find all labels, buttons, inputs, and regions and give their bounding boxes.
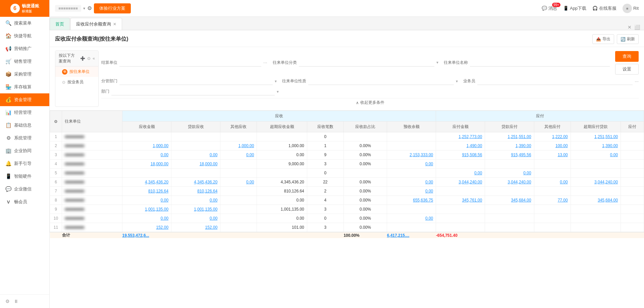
row-ar-prepay[interactable]: 0.00: [387, 214, 436, 223]
bumen-chevron-icon[interactable]: ▾: [277, 89, 279, 94]
sidebar-item-stock[interactable]: 🏪 库存核算: [0, 81, 49, 93]
sidebar-item-corp[interactable]: 🏢 企业协同: [0, 144, 49, 157]
refresh-button[interactable]: 🔄 刷新: [617, 34, 639, 44]
bottom-settings-icon[interactable]: ⚙: [5, 299, 10, 304]
row-ap-overdue[interactable]: 3,044,240.00: [571, 178, 621, 187]
row-ap-loan[interactable]: 915,495.56: [485, 150, 534, 160]
yewuyuan-input[interactable]: [477, 77, 633, 85]
fenguan-chevron-icon[interactable]: ▾: [275, 79, 277, 84]
fenlei-input[interactable]: [299, 59, 435, 67]
sidebar-item-purchase[interactable]: 📦 采购管理: [0, 68, 49, 81]
row-ar-prepay[interactable]: 655,636.75: [387, 196, 436, 205]
settings-scheme-icon[interactable]: ⊙: [87, 56, 91, 61]
row-ar-prepay[interactable]: 2,153,333.00: [387, 150, 436, 160]
tab-minimize-icon[interactable]: ✕: [628, 25, 632, 30]
bottom-collapse-icon[interactable]: ⏸: [14, 299, 18, 304]
row-ar-loan[interactable]: 0.00: [171, 150, 220, 160]
row-ar-loan[interactable]: 4,345,436.20: [171, 178, 220, 187]
yewuyuan-dots-icon[interactable]: ···: [635, 79, 639, 84]
bumen-input[interactable]: [111, 88, 275, 95]
sidebar-item-system[interactable]: ⚙ 系统管理: [0, 132, 49, 144]
row-ar-amount[interactable]: 0.00: [122, 196, 171, 205]
sidebar-item-basic[interactable]: 📋 基础信息: [0, 119, 49, 132]
row-ap-amount[interactable]: 3,044,240.00: [436, 178, 485, 187]
fenguan-input[interactable]: [119, 77, 273, 85]
table-settings-header[interactable]: ⚙: [50, 111, 62, 132]
row-ar-amount[interactable]: 1,001,135.00: [122, 205, 171, 214]
xingzhi-chevron-icon[interactable]: ▾: [456, 79, 458, 84]
sidebar-item-finance[interactable]: 💰 资金管理: [0, 93, 49, 106]
row-ap-other[interactable]: 0.00: [534, 178, 571, 187]
fenlei-chevron-icon[interactable]: ▾: [436, 60, 438, 65]
row-ap-loan[interactable]: 345,684.00: [485, 196, 534, 205]
xingzhi-input[interactable]: [308, 77, 453, 85]
header-gear-icon[interactable]: ⚙: [87, 5, 92, 11]
sidebar-item-guide[interactable]: 🔔 新手引导: [0, 157, 49, 170]
query-button[interactable]: 查询: [615, 51, 639, 62]
sidebar-item-mgmt[interactable]: 📊 经营管理: [0, 106, 49, 119]
row-ar-loan[interactable]: 810,126.64: [171, 187, 220, 196]
user-avatar-area[interactable]: ■ Rit: [623, 4, 639, 13]
row-ar-loan[interactable]: 0.00: [171, 196, 220, 205]
row-ar-loan[interactable]: 18,000.00: [171, 160, 220, 169]
row-ap-amount[interactable]: 345,761.00: [436, 196, 485, 205]
sidebar-item-wechat[interactable]: 💬 企业微信: [0, 183, 49, 195]
app-download-button[interactable]: 📱 App下载: [563, 5, 586, 11]
sidebar-item-sales[interactable]: 🛒 销售管理: [0, 55, 49, 68]
row-ar-prepay[interactable]: 0.00: [387, 160, 436, 169]
collapse-scheme-icon[interactable]: «: [93, 56, 95, 61]
row-ap-overdue[interactable]: 1,390.00: [571, 141, 621, 150]
row-ap-loan[interactable]: 0.00: [485, 169, 534, 178]
sidebar-item-hardware[interactable]: 📱 智能硬件: [0, 170, 49, 183]
row-ap-other[interactable]: 100.00: [534, 141, 571, 150]
row-ap-loan[interactable]: 1,251,551.00: [485, 132, 534, 141]
row-ap-other[interactable]: 1,222.00: [534, 132, 571, 141]
jiesuan-dots-icon[interactable]: ···: [263, 60, 267, 65]
jiesuan-input[interactable]: [119, 59, 261, 67]
add-scheme-icon[interactable]: ➕: [80, 56, 85, 61]
tab-close-icon[interactable]: ✕: [113, 22, 116, 27]
row-ap-loan[interactable]: 3,044,240.00: [485, 178, 534, 187]
collapse-bar[interactable]: ∧ 收起更多条件: [101, 98, 639, 107]
row-ar-amount[interactable]: 0.00: [122, 214, 171, 223]
tab-arbalance[interactable]: 应收应付余额查询 ✕: [70, 18, 122, 30]
row-ar-other[interactable]: 1,000.00: [220, 141, 257, 150]
footer-ar-amount[interactable]: 19,553,472,6...: [122, 232, 171, 238]
row-ar-loan[interactable]: 1,001,135.00: [171, 205, 220, 214]
sidebar-item-quicknav[interactable]: 🏠 快捷导航: [0, 30, 49, 42]
tab-home[interactable]: 首页: [50, 18, 70, 30]
danwei-input[interactable]: [470, 59, 610, 67]
scheme-by-counterparty[interactable]: 畅 按往来单位: [55, 67, 98, 77]
row-ar-other[interactable]: 0.00: [220, 150, 257, 160]
row-ap-overdue[interactable]: 0.00: [571, 150, 621, 160]
row-ar-amount[interactable]: 4,345,436.20: [122, 178, 171, 187]
row-ar-other[interactable]: 0.00: [220, 178, 257, 187]
row-ar-prepay[interactable]: 0.00: [387, 178, 436, 187]
row-ar-loan[interactable]: 0.00: [171, 214, 220, 223]
row-ap-loan[interactable]: 1,390.00: [485, 141, 534, 150]
message-button[interactable]: 💬 消息 99+: [542, 5, 557, 11]
scheme-by-salesperson[interactable]: ⊙ 按业务员: [55, 77, 98, 87]
row-ar-amount[interactable]: 810,126.64: [122, 187, 171, 196]
sidebar-item-vip[interactable]: V 畅会员: [0, 195, 49, 208]
row-ar-amount[interactable]: 152.00: [122, 223, 171, 232]
row-ap-amount[interactable]: 1,490.00: [436, 141, 485, 150]
row-ap-other[interactable]: 13.00: [534, 150, 571, 160]
export-button[interactable]: 📤 导出: [592, 34, 614, 44]
row-ap-overdue[interactable]: 1,251,551.00: [571, 132, 621, 141]
footer-ar-prepay[interactable]: 6,417,215....: [387, 232, 436, 238]
promo-button[interactable]: 体验行业方案: [94, 3, 131, 13]
row-ar-amount[interactable]: 18,000.00: [122, 160, 171, 169]
row-ap-amount[interactable]: 1,252,773.00: [436, 132, 485, 141]
row-ap-amount[interactable]: 915,508.56: [436, 150, 485, 160]
sidebar-item-search[interactable]: 🔍 搜索菜单: [0, 17, 49, 30]
row-ar-amount[interactable]: 1,000.00: [122, 141, 171, 150]
filter-settings-button[interactable]: 设置: [615, 64, 639, 75]
row-ap-other[interactable]: 77.00: [534, 196, 571, 205]
row-ar-amount[interactable]: 0.00: [122, 150, 171, 160]
row-ap-overdue[interactable]: 345,684.00: [571, 196, 621, 205]
row-ap-amount[interactable]: 0.00: [436, 169, 485, 178]
row-ar-loan[interactable]: 152.00: [171, 223, 220, 232]
tab-expand-icon[interactable]: ⬜: [634, 25, 640, 30]
row-ar-prepay[interactable]: 0.00: [387, 187, 436, 196]
